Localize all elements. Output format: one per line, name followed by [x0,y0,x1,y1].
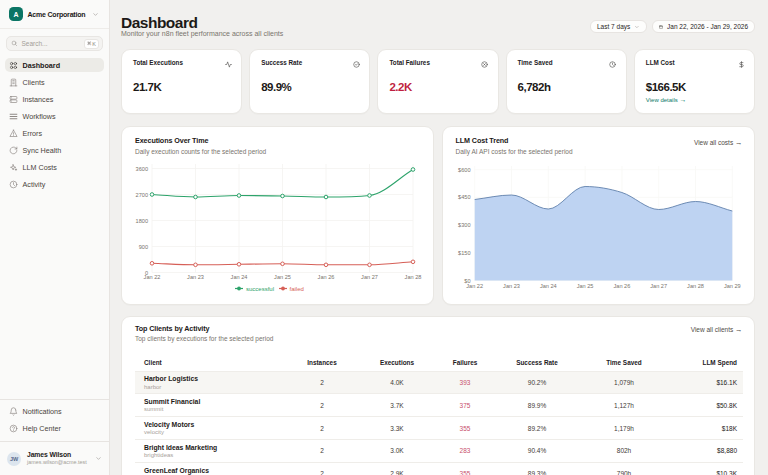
svg-text:2700: 2700 [136,192,148,198]
svg-text:Jan 22: Jan 22 [466,283,483,289]
svg-text:$600: $600 [458,167,470,173]
svg-text:Jan 23: Jan 23 [187,274,204,280]
svg-text:Jan 28: Jan 28 [405,274,422,280]
svg-text:Jan 27: Jan 27 [650,283,667,289]
svg-text:Jan 26: Jan 26 [318,274,335,280]
svg-text:Jan 24: Jan 24 [231,274,248,280]
svg-text:900: 900 [139,244,148,250]
svg-text:$150: $150 [458,250,470,256]
svg-text:Jan 23: Jan 23 [503,283,520,289]
svg-text:Jan 22: Jan 22 [144,274,161,280]
svg-text:successful: successful [246,286,274,292]
svg-text:Jan 28: Jan 28 [687,283,704,289]
svg-text:Jan 24: Jan 24 [539,283,556,289]
svg-text:failed: failed [290,286,304,292]
svg-text:Jan 25: Jan 25 [274,274,291,280]
svg-text:Jan 25: Jan 25 [576,283,593,289]
svg-text:$300: $300 [458,222,470,228]
svg-text:Jan 26: Jan 26 [613,283,630,289]
svg-text:1800: 1800 [136,218,148,224]
svg-text:$450: $450 [458,194,470,200]
svg-text:Jan 27: Jan 27 [361,274,378,280]
svg-text:Jan 29: Jan 29 [723,283,740,289]
svg-text:3600: 3600 [136,166,148,172]
